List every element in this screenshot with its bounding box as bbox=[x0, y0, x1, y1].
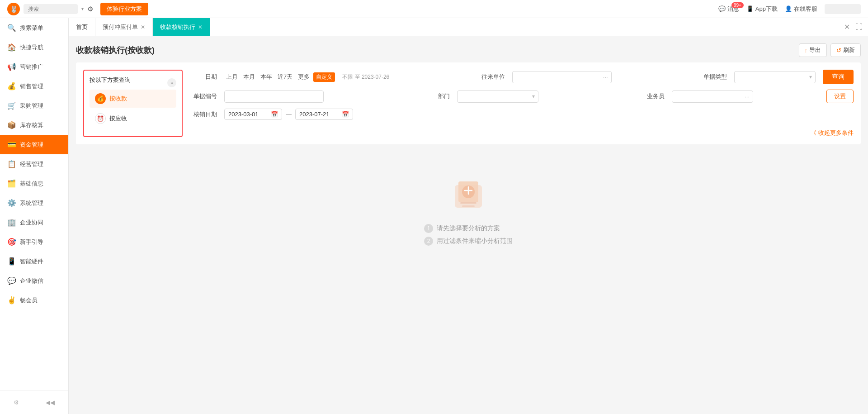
member-icon: ✌ bbox=[7, 296, 16, 305]
svg-rect-6 bbox=[462, 205, 475, 207]
calendar-icon[interactable]: 📅 bbox=[342, 111, 349, 118]
home-icon: 🏠 bbox=[7, 43, 16, 52]
tab-home[interactable]: 首页 bbox=[69, 18, 95, 36]
sidebar-item-label: 搜索菜单 bbox=[20, 24, 43, 32]
sidebar-item-marketing[interactable]: 📢 营销推广 bbox=[0, 57, 68, 76]
service-icon: 👤 bbox=[785, 5, 792, 12]
online-service-button[interactable]: 👤 在线客服 bbox=[785, 5, 817, 13]
inventory-icon: 📦 bbox=[7, 121, 16, 129]
staff-input[interactable] bbox=[672, 90, 753, 103]
sidebar-item-basic-info[interactable]: 🗂️ 基础信息 bbox=[0, 174, 68, 193]
settings-bottom-icon[interactable]: ⚙ bbox=[9, 395, 24, 410]
dept-label: 部门 bbox=[423, 92, 450, 100]
dept-select[interactable] bbox=[457, 90, 538, 103]
writeoff-date-end-wrapper: 2023-07-21 📅 bbox=[295, 109, 353, 120]
sidebar-item-label: 企业协同 bbox=[20, 219, 43, 227]
sidebar-item-guide[interactable]: 🎯 新手引导 bbox=[0, 232, 68, 252]
voucher-type-label: 单据类型 bbox=[700, 73, 727, 81]
content-area: 首页 预付冲应付单 ✕ 收款核销执行 ✕ ✕ ⛶ 收款核销执行(按收款) bbox=[69, 18, 868, 414]
sidebar-item-label: 销售管理 bbox=[20, 82, 43, 90]
sidebar-item-label: 畅会员 bbox=[20, 296, 38, 305]
topbar-left: 🐰 ▾ ⚙ 体验行业方案 bbox=[7, 3, 148, 15]
filter-option-label: 按收款 bbox=[109, 95, 127, 103]
wechat-icon: 💬 bbox=[7, 276, 16, 285]
date-option-more[interactable]: 更多 bbox=[296, 72, 311, 82]
hint-number: 2 bbox=[424, 237, 433, 246]
tab-maximize-button[interactable]: ⛶ bbox=[854, 21, 864, 33]
sidebar-item-quick-nav[interactable]: 🏠 快捷导航 bbox=[0, 38, 68, 57]
sidebar-item-inventory[interactable]: 📦 库存核算 bbox=[0, 115, 68, 135]
message-button[interactable]: 💬 消息 99+ bbox=[718, 5, 739, 13]
tab-close-icon[interactable]: ✕ bbox=[141, 24, 145, 30]
solution-button[interactable]: 体验行业方案 bbox=[100, 3, 148, 15]
empty-hints: 1 请先选择要分析的方案 2 用过滤条件来缩小分析范围 bbox=[424, 224, 513, 246]
sidebar-item-label: 基础信息 bbox=[20, 180, 43, 188]
sidebar-item-label: 快捷导航 bbox=[20, 43, 43, 52]
calendar-icon[interactable]: 📅 bbox=[271, 111, 278, 118]
sidebar-item-sales[interactable]: 💰 销售管理 bbox=[0, 76, 68, 96]
voucher-type-select-wrapper: ▾ bbox=[734, 71, 816, 83]
filter-row-1: 日期 上月 本月 本年 近7天 更多 自定义 不限 至 2023-07-26 bbox=[190, 70, 854, 84]
refresh-button[interactable]: ↺ 刷新 bbox=[830, 43, 861, 57]
voucher-type-select[interactable] bbox=[734, 71, 816, 83]
enterprise-icon: 🏢 bbox=[7, 218, 16, 227]
app-download-button[interactable]: 📱 App下载 bbox=[746, 5, 778, 13]
sidebar-item-label: 系统管理 bbox=[20, 199, 43, 207]
voucher-no-input[interactable] bbox=[224, 90, 324, 103]
receipt-option-icon: 💰 bbox=[95, 93, 106, 104]
sidebar-item-label: 资金管理 bbox=[20, 141, 43, 149]
user-avatar[interactable] bbox=[825, 4, 861, 14]
staff-dots[interactable]: ··· bbox=[745, 93, 750, 100]
message-badge: 99+ bbox=[731, 2, 744, 8]
date-option-this-year[interactable]: 本年 bbox=[259, 72, 274, 82]
collapse-more-button[interactable]: 《 收起更多条件 bbox=[811, 129, 854, 137]
filter-option-by-receivable[interactable]: ⏰ 按应收 bbox=[90, 109, 176, 128]
date-option-this-month[interactable]: 本月 bbox=[241, 72, 257, 82]
gear-icon[interactable]: ⚙ bbox=[87, 5, 93, 13]
export-button[interactable]: ↑ 导出 bbox=[799, 43, 827, 57]
filter-option-by-receipt[interactable]: 💰 按收款 bbox=[90, 90, 176, 108]
counterpart-dots[interactable]: ··· bbox=[603, 74, 608, 81]
writeoff-date-end-input[interactable]: 2023-07-21 bbox=[299, 111, 340, 118]
collapse-sidebar-icon[interactable]: ◀◀ bbox=[41, 395, 59, 410]
writeoff-date-label: 核销日期 bbox=[190, 110, 217, 119]
system-icon: ⚙️ bbox=[7, 199, 16, 207]
sidebar-item-enterprise[interactable]: 🏢 企业协同 bbox=[0, 213, 68, 232]
tab-writeoff[interactable]: 收款核销执行 ✕ bbox=[153, 18, 210, 36]
sidebar-item-system[interactable]: ⚙️ 系统管理 bbox=[0, 193, 68, 213]
tab-close-icon[interactable]: ✕ bbox=[198, 24, 203, 30]
main-layout: 🔍 搜索菜单 🏠 快捷导航 📢 营销推广 💰 销售管理 🛒 采购管理 📦 库存核… bbox=[0, 18, 868, 414]
search-icon: 🔍 bbox=[7, 24, 16, 32]
sidebar-item-label: 企业微信 bbox=[20, 277, 43, 285]
page-actions: ↑ 导出 ↺ 刷新 bbox=[799, 43, 861, 57]
sidebar-item-member[interactable]: ✌ 畅会员 bbox=[0, 290, 68, 310]
receivable-option-icon: ⏰ bbox=[95, 113, 106, 124]
filter-panel-title: 按以下方案查询 bbox=[90, 76, 131, 84]
sidebar-item-search[interactable]: 🔍 搜索菜单 bbox=[0, 18, 68, 38]
sidebar-item-wechat[interactable]: 💬 企业微信 bbox=[0, 271, 68, 290]
topbar-search-input[interactable] bbox=[24, 4, 78, 14]
operations-icon: 📋 bbox=[7, 160, 16, 168]
filter-right-panel: 日期 上月 本月 本年 近7天 更多 自定义 不限 至 2023-07-26 bbox=[190, 70, 854, 137]
counterpart-input[interactable] bbox=[512, 71, 612, 83]
writeoff-date-start-input[interactable]: 2023-03-01 bbox=[228, 111, 269, 118]
sidebar: 🔍 搜索菜单 🏠 快捷导航 📢 营销推广 💰 销售管理 🛒 采购管理 📦 库存核… bbox=[0, 18, 69, 414]
date-option-custom[interactable]: 自定义 bbox=[313, 72, 335, 82]
collapse-more-container: 《 收起更多条件 bbox=[190, 125, 854, 137]
tab-close-button[interactable]: ✕ bbox=[842, 21, 852, 33]
sidebar-item-purchase[interactable]: 🛒 采购管理 bbox=[0, 96, 68, 115]
sidebar-item-hardware[interactable]: 📱 智能硬件 bbox=[0, 252, 68, 271]
tab-bar-actions: ✕ ⛶ bbox=[842, 21, 868, 33]
sidebar-item-operations[interactable]: 📋 经营管理 bbox=[0, 154, 68, 174]
query-button[interactable]: 查询 bbox=[823, 70, 854, 84]
app-icon: 📱 bbox=[746, 5, 754, 12]
chevron-down-icon: ▾ bbox=[81, 6, 84, 11]
sidebar-item-funds[interactable]: 💳 资金管理 bbox=[0, 135, 68, 154]
chevron-up-icon: 《 bbox=[811, 129, 816, 137]
tab-prepay[interactable]: 预付冲应付单 ✕ bbox=[95, 18, 153, 36]
settings-button[interactable]: 设置 bbox=[826, 90, 854, 103]
date-option-last-month[interactable]: 上月 bbox=[224, 72, 240, 82]
filter-collapse-icon[interactable]: » bbox=[167, 78, 176, 87]
sidebar-item-label: 新手引导 bbox=[20, 238, 43, 246]
date-option-7days[interactable]: 近7天 bbox=[276, 72, 294, 82]
